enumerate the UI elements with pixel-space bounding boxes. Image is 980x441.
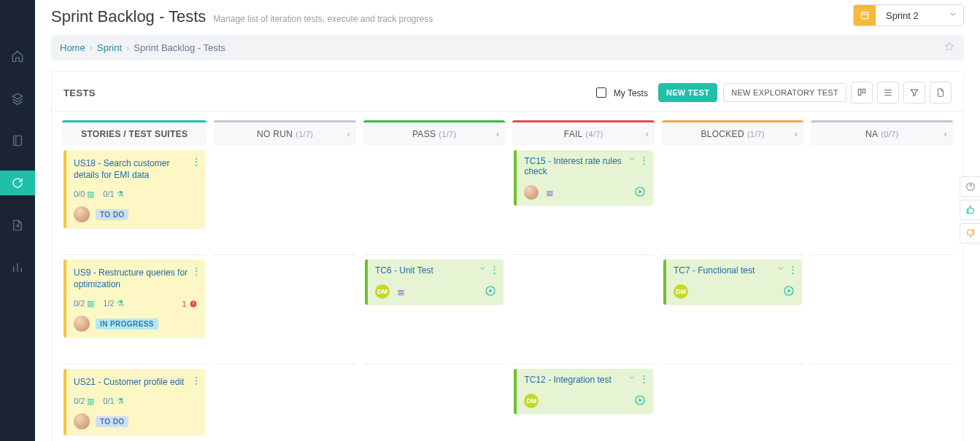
column-header-blocked[interactable]: BLOCKED(1/7) ‹ [662, 120, 804, 145]
story-title: US21 - Customer profile edit [74, 376, 198, 388]
status-badge: TO DO [96, 209, 128, 220]
story-card[interactable]: US9 - Restructure queries for optimizati… [63, 259, 205, 337]
my-tests-toggle[interactable]: My Tests [596, 87, 647, 98]
alert-badge: 1 [182, 300, 198, 308]
avatar [74, 206, 90, 222]
status-badge: IN PROGRESS [96, 319, 158, 329]
chevron-down-icon[interactable] [628, 373, 636, 384]
nav-book[interactable] [0, 128, 35, 153]
view-kanban-button[interactable] [851, 82, 873, 104]
left-sidebar [0, 0, 35, 441]
more-menu-icon[interactable]: ⋮ [191, 375, 201, 386]
more-menu-icon[interactable]: ⋮ [490, 264, 499, 275]
page-title: Sprint Backlog - Tests [51, 7, 206, 26]
flask-icon: ⚗ [117, 299, 124, 308]
run-icon[interactable] [783, 285, 795, 299]
filter-button[interactable] [903, 82, 925, 104]
export-button[interactable] [930, 82, 952, 104]
help-icon [965, 182, 976, 192]
test-card[interactable]: TC6 - Unit Test ⋮ DM ≣ [365, 259, 504, 305]
chevron-down-icon[interactable] [478, 264, 487, 275]
nav-sprint[interactable] [0, 171, 35, 195]
book-icon [11, 134, 24, 147]
bar-chart-icon [11, 261, 24, 274]
thumbs-down-icon [965, 228, 976, 238]
feedback-floating-buttons [960, 176, 980, 246]
thumbs-down-button[interactable] [960, 223, 980, 243]
page-subtitle: Manage list of iteration tests, execute … [213, 14, 433, 26]
checkbox-icon [596, 87, 606, 98]
more-menu-icon[interactable]: ⋮ [788, 264, 798, 275]
chevron-down-icon [949, 10, 957, 21]
column-header-pass[interactable]: PASS(1/7) ‹ [363, 120, 506, 145]
flask-icon: ⚗ [117, 397, 124, 405]
run-icon[interactable] [634, 394, 646, 408]
nav-layers[interactable] [0, 86, 35, 111]
new-exploratory-test-button[interactable]: NEW EXPLORATORY TEST [723, 83, 846, 102]
test-card[interactable]: TC12 - Integration test ⋮ DM [514, 369, 653, 414]
new-test-button[interactable]: NEW TEST [658, 83, 717, 102]
file-export-icon [935, 87, 946, 98]
breadcrumb-home[interactable]: Home [60, 42, 85, 53]
kanban-icon [857, 87, 867, 98]
nav-reports[interactable] [0, 255, 35, 280]
svg-rect-3 [863, 89, 865, 93]
chevron-down-icon[interactable] [628, 155, 636, 165]
svg-rect-0 [14, 136, 22, 146]
chevron-left-icon: ‹ [347, 129, 350, 139]
layers-icon [11, 92, 24, 105]
calendar-icon [854, 5, 876, 26]
story-title: US9 - Restructure queries for optimizati… [74, 267, 198, 290]
column-header-norun[interactable]: NO RUN(1/7) ‹ [214, 120, 356, 145]
flask-icon: ⚗ [117, 190, 124, 198]
title-bar: Sprint Backlog - Tests Manage list of it… [51, 4, 964, 29]
view-list-button[interactable] [877, 82, 899, 104]
steps-icon: ≣ [546, 187, 554, 198]
sprint-selector-value: Sprint 2 [886, 10, 919, 21]
tests-panel: TESTS My Tests NEW TEST NEW EXPLORATORY … [51, 71, 964, 441]
story-card[interactable]: US18 - Search customer details for EMI d… [63, 150, 205, 228]
column-header-fail[interactable]: FAIL(4/7) ‹ [512, 120, 655, 145]
nav-home[interactable] [0, 44, 35, 69]
svg-rect-1 [861, 12, 868, 19]
avatar-initials: DM [375, 284, 390, 299]
chevron-left-icon: ‹ [496, 129, 499, 139]
run-icon[interactable] [485, 285, 496, 299]
more-menu-icon[interactable]: ⋮ [639, 155, 649, 165]
chevron-left-icon: ‹ [944, 129, 947, 139]
test-card[interactable]: TC7 - Functional test ⋮ DM [663, 259, 803, 305]
help-button[interactable] [960, 176, 980, 197]
column-header-na[interactable]: NA(0/7) ‹ [811, 120, 953, 145]
chevron-right-icon: › [90, 42, 93, 53]
avatar [524, 185, 539, 200]
more-menu-icon[interactable]: ⋮ [191, 265, 201, 277]
nav-doc[interactable] [0, 213, 35, 238]
run-icon[interactable] [634, 186, 646, 200]
export-icon [11, 219, 24, 232]
panel-title: TESTS [63, 87, 96, 98]
svg-rect-2 [858, 89, 861, 95]
avatar-initials: DM [674, 284, 688, 299]
card-icon: ▥ [87, 299, 94, 308]
kanban-board: STORIES / TEST SUITES US18 - Search cust… [52, 112, 963, 441]
more-menu-icon[interactable]: ⋮ [639, 373, 649, 384]
story-card[interactable]: US21 - Customer profile edit ⋮ 0/2 ▥ 0/1… [63, 369, 205, 435]
home-icon [11, 50, 24, 63]
avatar [74, 413, 90, 429]
test-card[interactable]: TC15 - Interest rate rules check ⋮ ≣ [514, 150, 653, 206]
steps-icon: ≣ [397, 286, 405, 297]
breadcrumb-current: Sprint Backlog - Tests [134, 42, 225, 53]
sprint-selector[interactable]: Sprint 2 [853, 4, 964, 26]
column-header-stories: STORIES / TEST SUITES [62, 120, 207, 145]
more-menu-icon[interactable]: ⋮ [191, 156, 201, 168]
avatar [74, 316, 90, 332]
thumbs-up-button[interactable] [960, 200, 980, 220]
chevron-left-icon: ‹ [795, 129, 798, 139]
favorite-star-icon[interactable] [944, 41, 955, 55]
chevron-right-icon: › [126, 42, 129, 53]
list-icon [883, 87, 893, 98]
breadcrumb-sprint[interactable]: Sprint [97, 42, 122, 53]
alert-icon [189, 300, 198, 308]
chevron-left-icon: ‹ [646, 129, 649, 139]
chevron-down-icon[interactable] [776, 264, 785, 275]
